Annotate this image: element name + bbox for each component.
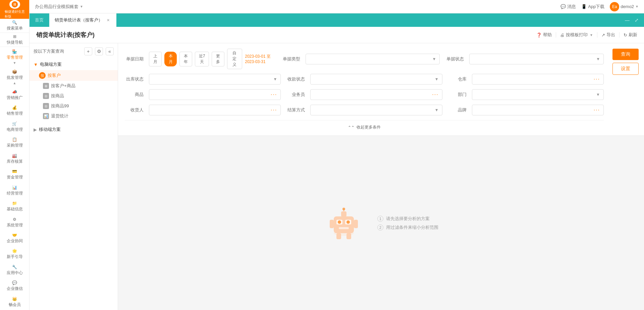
tab-home[interactable]: 首页 [30, 13, 49, 27]
salesperson-select[interactable]: ··· [310, 89, 442, 100]
svg-rect-7 [341, 211, 346, 217]
this-year-btn[interactable]: 本年 [179, 52, 192, 66]
sidebar-item-wechat[interactable]: 💬 企业微信 [0, 278, 30, 294]
sidebar-item-business[interactable]: 📊 经营管理 [0, 183, 30, 198]
scheme-settings-btn[interactable]: ⚙ [95, 47, 103, 55]
sidebar-item-retail[interactable]: 🏪 零售管理 ▼ [0, 47, 30, 67]
divider3 [619, 32, 620, 38]
search-icon: 🔍 [12, 20, 17, 25]
sidebar-quicknav[interactable]: ⊞ 快捷导航 [0, 33, 30, 47]
filter-row-3: 商品 ··· 业务员 ··· 部门 ▼ [125, 89, 604, 100]
custom-btn[interactable]: 自定义 [227, 49, 243, 69]
collapse-btn[interactable]: ⌃⌃ 收起更多条件 [342, 123, 386, 132]
receipt-status-label: 收款状态 [286, 76, 305, 82]
brand-select[interactable]: ··· [472, 105, 604, 115]
sidebar-item-appcenter[interactable]: 🔧 应用中心 [0, 262, 30, 278]
business-icon: 📊 [12, 185, 17, 190]
add-scheme-btn[interactable]: + [84, 47, 92, 55]
customer-scheme-icon: 按 [39, 72, 46, 79]
scheme-by-customer-goods[interactable]: ⊞ 按客户+商品 [30, 81, 118, 91]
message-btn[interactable]: 💬 消息 [560, 4, 576, 10]
sidebar-item-purchase[interactable]: 📋 采购管理 [0, 135, 30, 151]
sidebar: 畅捷通好生意 标版 🔍 搜索菜单 ⊞ 快捷导航 🏪 零售管理 ▼ 📦 批发管理 … [0, 0, 30, 310]
user-arrow-icon: ▼ [635, 5, 639, 8]
warehouse-select[interactable]: ··· [472, 74, 604, 85]
wechat-icon: 💬 [12, 280, 17, 285]
dept-select[interactable]: ▼ [472, 89, 604, 100]
settlement-label: 结算方式 [286, 107, 305, 113]
system-icon: ⚙ [13, 217, 16, 222]
sidebar-item-system[interactable]: ⚙ 系统管理 [0, 214, 30, 230]
settlement-arrow: ▼ [435, 108, 439, 112]
print-template-btn[interactable]: 🖨 按模板打印 ▼ [560, 32, 593, 38]
receipt-status-arrow: ▼ [435, 77, 439, 82]
sidebar-item-inventory[interactable]: 🏭 库存核算 [0, 151, 30, 166]
sidebar-item-member[interactable]: 👑 畅会员 [0, 294, 30, 310]
sidebar-item-wholesale[interactable]: 📦 批发管理 ▲ [0, 67, 30, 87]
filter-area: 单据日期 上月 本月 本年 近7天 更多 自定义 2023-03-01 至 20… [118, 43, 644, 136]
sidebar-item-finance[interactable]: 💳 资金管理 [0, 167, 30, 183]
settings-btn[interactable]: 设置 [612, 63, 639, 75]
app-logo[interactable]: 畅捷通好生意 标版 [0, 0, 30, 19]
member-icon: 👑 [12, 297, 17, 301]
left-panel-icons: + ⚙ « [84, 47, 114, 55]
sidebar-search[interactable]: 🔍 搜索菜单 [0, 19, 30, 33]
print-icon: 🖨 [560, 33, 565, 38]
desktop-section-header[interactable]: ▼ 电脑端方案 [30, 59, 118, 69]
help-btn[interactable]: ❓ 帮助 [536, 32, 552, 38]
mobile-section-header[interactable]: ▶ 移动端方案 [30, 124, 118, 135]
empty-tips: 1 请先选择要分析的方案 2 用过滤条件来缩小分析范围 [377, 216, 438, 230]
sidebar-item-enterprise[interactable]: 🤝 企业协同 [0, 230, 30, 246]
last-month-btn[interactable]: 上月 [149, 52, 162, 66]
scheme-refund-stat[interactable]: 📊 退货统计 [30, 111, 118, 121]
svg-rect-6 [339, 227, 349, 229]
content-wrapper: 按以下方案查询 + ⚙ « ▼ 电脑端方案 [30, 43, 644, 310]
doc-type-select[interactable]: ▼ [306, 54, 440, 64]
scheme-by-goods-99[interactable]: ⊟ 按商品99 [30, 101, 118, 111]
goods-select[interactable]: ··· [149, 89, 281, 100]
receipt-status-select[interactable]: ▼ [310, 74, 442, 85]
svg-rect-10 [330, 220, 334, 228]
sidebar-item-marketing[interactable]: 📣 营销推广 [0, 87, 30, 103]
scheme-by-customer[interactable]: 按 按客户 [30, 70, 118, 81]
query-btn[interactable]: 查询 [612, 49, 639, 60]
sidebar-item-sales[interactable]: 💰 销售管理 [0, 103, 30, 119]
doc-type-label: 单据类型 [281, 56, 300, 62]
refresh-btn[interactable]: ↻ 刷新 [624, 32, 637, 38]
tab-bar: 首页 销货单统计表（按客户） ✕ — ⤢ [30, 13, 644, 27]
receiver-select[interactable]: ··· [149, 105, 281, 115]
more-btn[interactable]: 更多 [212, 52, 224, 66]
last7-btn[interactable]: 近7天 [195, 52, 209, 66]
this-month-btn[interactable]: 本月 [164, 52, 177, 66]
sidebar-item-ecommerce[interactable]: 🛒 电商管理 [0, 119, 30, 135]
sidebar-item-newbie[interactable]: 🌟 新手引导 [0, 246, 30, 262]
tab-sales-stat[interactable]: 销货单统计表（按客户） ✕ [49, 13, 116, 27]
goods-icon: ⊟ [43, 93, 49, 99]
header-right: 💬 消息 📱 App下载 Ea demo2 ▼ [560, 2, 639, 11]
out-status-select[interactable]: ▼ [149, 74, 281, 85]
purchase-icon: 📋 [12, 137, 17, 142]
divider2 [597, 32, 597, 38]
app-download-btn[interactable]: 📱 App下载 [581, 4, 604, 10]
company-selector[interactable]: 办公用品行业模拟账套 ▼ [35, 4, 83, 10]
svg-point-5 [346, 220, 350, 224]
settlement-select[interactable]: ▼ [310, 105, 442, 115]
collapse-panel-btn[interactable]: « [106, 47, 114, 55]
main-area: 办公用品行业模拟账套 ▼ 💬 消息 📱 App下载 Ea demo2 ▼ 首页 [30, 0, 644, 310]
desktop-items: 按 按客户 ⊞ 按客户+商品 ⊟ 按商品 ⊟ 按 [30, 69, 118, 122]
collapse-row: ⌃⌃ 收起更多条件 [125, 120, 604, 134]
window-controls: — ⤢ [624, 17, 644, 23]
user-profile[interactable]: Ea demo2 ▼ [610, 2, 639, 11]
out-status-arrow: ▼ [273, 77, 277, 82]
doc-status-select[interactable]: ▼ [469, 54, 604, 64]
empty-tip-1: 1 请先选择要分析的方案 [377, 216, 438, 222]
wholesale-icon: 📦 [12, 69, 17, 74]
window-minimize-btn[interactable]: — [624, 17, 631, 23]
tab-close-btn[interactable]: ✕ [105, 17, 111, 23]
sales-icon: 💰 [12, 105, 17, 110]
export-btn[interactable]: ↗ 导出 [601, 32, 615, 38]
scheme-by-goods[interactable]: ⊟ 按商品 [30, 91, 118, 101]
window-maximize-btn[interactable]: ⤢ [633, 17, 640, 23]
sidebar-item-basic[interactable]: 📁 基础信息 [0, 199, 30, 214]
print-arrow-icon: ▼ [590, 33, 593, 37]
